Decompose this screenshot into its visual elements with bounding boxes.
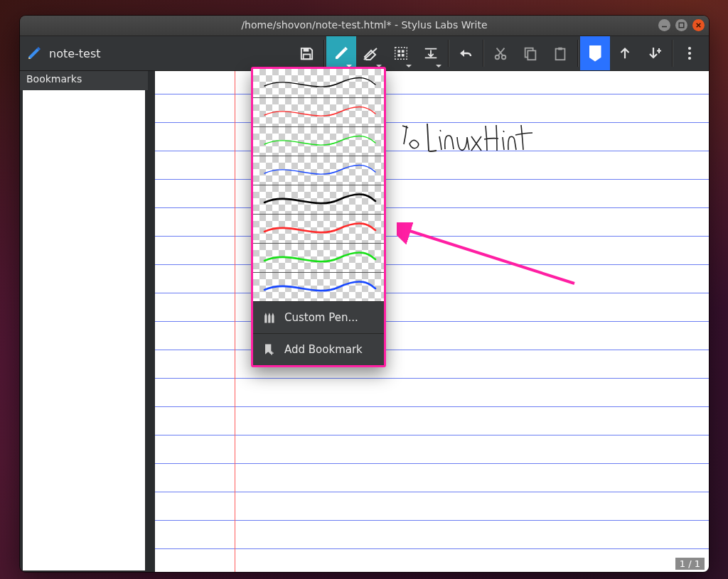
insert-space-tool-button[interactable] (416, 36, 446, 70)
content-area: Bookmarks (20, 71, 709, 572)
svg-rect-5 (395, 48, 407, 60)
arrow-up-icon (617, 45, 633, 61)
window-title: /home/shovon/note-test.html* - Stylus La… (20, 19, 709, 31)
pen-tool-button[interactable] (326, 36, 356, 70)
callout-arrow (397, 222, 582, 293)
svg-rect-2 (303, 48, 309, 51)
svg-rect-6 (397, 50, 400, 53)
insert-space-icon (423, 45, 439, 61)
bookmark-icon (589, 45, 601, 62)
svg-point-20 (688, 57, 691, 60)
select-tool-button[interactable] (386, 36, 416, 70)
svg-point-19 (688, 52, 691, 55)
svg-rect-16 (556, 49, 565, 60)
eraser-icon (363, 45, 380, 62)
pen-swatch-0[interactable] (253, 69, 384, 97)
svg-rect-7 (402, 50, 405, 53)
pen-swatch-2[interactable] (253, 126, 384, 156)
undo-button[interactable] (451, 36, 481, 70)
bookmark-button[interactable] (580, 36, 610, 70)
page[interactable] (155, 71, 709, 572)
svg-rect-1 (679, 23, 684, 28)
clipboard-icon (552, 45, 568, 61)
pens-icon (262, 310, 276, 325)
sidebar: Bookmarks (20, 71, 148, 572)
arrow-down-new-icon (646, 45, 663, 62)
save-button[interactable] (291, 36, 321, 70)
add-bookmark-label: Add Bookmark (284, 343, 363, 356)
pen-icon (333, 45, 350, 62)
minimize-button[interactable] (658, 19, 670, 31)
overflow-menu-button[interactable] (675, 36, 705, 70)
pen-swatch-3[interactable] (253, 156, 384, 185)
app-window: /home/shovon/note-test.html* - Stylus La… (20, 16, 709, 572)
copy-icon (523, 45, 538, 61)
page-counter: 1 / 1 (675, 558, 705, 570)
undo-icon (457, 45, 474, 62)
pen-swatch-1[interactable] (253, 97, 384, 126)
paste-button[interactable] (545, 36, 575, 70)
sidebar-header: Bookmarks (20, 71, 148, 90)
cut-button[interactable] (486, 36, 515, 70)
bookmark-add-icon (262, 342, 276, 357)
titlebar: /home/shovon/note-test.html* - Stylus La… (20, 16, 709, 36)
page-margin-line (235, 71, 235, 572)
pen-swatch-6[interactable] (253, 243, 384, 272)
svg-rect-17 (558, 48, 562, 50)
cut-icon (493, 45, 508, 61)
pen-swatch-7[interactable] (253, 272, 384, 301)
custom-pen-menu-item[interactable]: Custom Pen... (253, 301, 384, 333)
svg-point-18 (688, 47, 691, 50)
select-icon (393, 45, 409, 61)
eraser-tool-button[interactable] (356, 36, 386, 70)
close-button[interactable] (692, 19, 705, 31)
kebab-icon (687, 46, 692, 60)
handwriting-sample (400, 119, 557, 162)
bookmarks-list[interactable] (23, 90, 145, 570)
save-icon (299, 45, 315, 62)
maximize-button[interactable] (675, 19, 687, 31)
main-toolbar: note-test (20, 36, 709, 71)
add-bookmark-menu-item[interactable]: Add Bookmark (253, 333, 384, 365)
pen-swatch-4[interactable] (253, 185, 384, 214)
copy-button[interactable] (515, 36, 545, 70)
document-label: note-test (49, 47, 101, 60)
svg-rect-3 (303, 54, 310, 59)
svg-rect-9 (402, 54, 405, 57)
pencil-icon (26, 45, 43, 62)
window-controls (658, 19, 705, 31)
svg-line-21 (405, 229, 574, 283)
custom-pen-label: Custom Pen... (284, 311, 358, 324)
pen-swatch-5[interactable] (253, 214, 384, 243)
next-page-button[interactable] (640, 36, 670, 70)
prev-page-button[interactable] (610, 36, 640, 70)
pen-palette-dropdown: Custom Pen... Add Bookmark (251, 67, 386, 367)
svg-rect-15 (528, 50, 535, 60)
canvas-viewport[interactable]: 1 / 1 Custom Pen... Add Bookmark (148, 71, 709, 572)
svg-rect-8 (397, 54, 400, 57)
